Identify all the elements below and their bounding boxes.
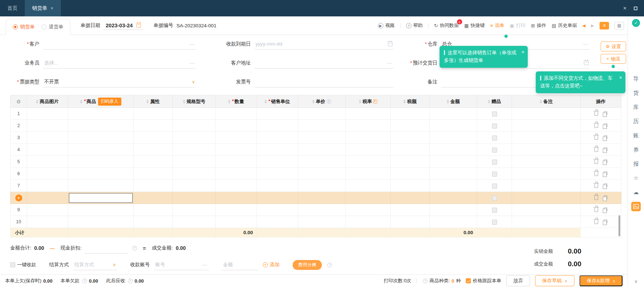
operate-button[interactable]: ⊞ 操作	[531, 22, 546, 29]
tab-sales-order[interactable]: 销货单 ×	[25, 0, 61, 16]
scan-input-button[interactable]: 扫码录入	[98, 98, 121, 106]
cell-amount[interactable]	[430, 168, 477, 180]
cell-tax[interactable]	[391, 120, 430, 132]
cell-tax[interactable]	[391, 216, 430, 228]
cell-remark[interactable]	[512, 192, 581, 204]
cell-product-image[interactable]	[27, 120, 68, 132]
cash-discount-input[interactable]	[85, 243, 128, 253]
cell-remark[interactable]	[512, 120, 581, 132]
add-payment-button[interactable]: + 添加	[263, 262, 280, 268]
cell-spec[interactable]	[173, 144, 216, 156]
copy-row-icon[interactable]	[604, 160, 607, 163]
column-header-qty[interactable]: *数量	[216, 95, 257, 108]
column-header-unit[interactable]: *销售单位	[257, 95, 298, 108]
cell-product[interactable]	[68, 132, 134, 144]
cell-taxrate[interactable]	[346, 108, 391, 120]
copy-row-icon[interactable]	[604, 208, 607, 211]
dock-icon-7[interactable]: 报	[631, 159, 641, 169]
cell-price[interactable]	[298, 192, 346, 204]
delete-row-icon[interactable]	[594, 148, 598, 152]
ellipsis-icon[interactable]: ⋯	[190, 41, 195, 47]
logistics-button[interactable]: + 物流	[601, 54, 626, 64]
radio-return-order[interactable]: 退货单	[42, 24, 64, 30]
cell-price[interactable]	[298, 168, 346, 180]
cell-remark[interactable]	[512, 108, 581, 120]
delete-row-icon[interactable]	[594, 160, 598, 164]
cell-remark[interactable]	[512, 168, 581, 180]
fee-share-button[interactable]: 费用分摊	[293, 260, 322, 270]
cell-product[interactable]	[68, 180, 134, 192]
add-row-button[interactable]: +	[15, 194, 22, 201]
cell-attr[interactable]	[134, 156, 173, 168]
cell-product[interactable]	[68, 216, 134, 228]
column-header-image[interactable]: 商品图片	[27, 95, 68, 108]
one-click-collect[interactable]: 一键收款	[10, 262, 36, 268]
ellipsis-icon[interactable]: ⋯	[190, 60, 195, 66]
doc-date-input[interactable]: 2023-03-24	[104, 21, 143, 30]
cell-remark[interactable]	[512, 216, 581, 228]
video-button[interactable]: ▶ 视频	[378, 22, 395, 29]
dock-icon-2[interactable]: 货	[631, 88, 641, 98]
cell-tax[interactable]	[391, 204, 430, 216]
copy-row-icon[interactable]	[604, 184, 607, 187]
cell-product-image[interactable]	[27, 168, 68, 180]
cell-product[interactable]	[68, 156, 134, 168]
tab-home[interactable]: 首页	[0, 0, 25, 16]
next-arrow-icon[interactable]: ▶	[591, 23, 594, 28]
cell-attr[interactable]	[134, 108, 173, 120]
cell-product-image[interactable]	[27, 192, 68, 204]
cell-taxrate[interactable]	[346, 132, 391, 144]
cell-qty[interactable]	[216, 144, 257, 156]
cell-tax[interactable]	[391, 168, 430, 180]
dock-icon-5[interactable]: 账	[631, 131, 641, 140]
cell-amount[interactable]	[430, 120, 477, 132]
delete-row-icon[interactable]	[594, 220, 598, 224]
copy-row-icon[interactable]	[604, 135, 607, 139]
column-header-price[interactable]: 单价?	[298, 95, 346, 108]
cell-product[interactable]	[68, 204, 134, 216]
dock-icon-6[interactable]: 券	[631, 145, 641, 154]
cell-qty[interactable]	[216, 108, 257, 120]
delete-row-icon[interactable]	[594, 136, 598, 140]
radio-sales-order[interactable]: 销货单	[13, 24, 35, 30]
cell-unit[interactable]	[257, 204, 298, 216]
window-restore-icon[interactable]	[634, 7, 637, 10]
cell-product-image[interactable]	[27, 156, 68, 168]
cell-product-image[interactable]	[27, 132, 68, 144]
list-view-toggle[interactable]: ≡	[600, 22, 609, 30]
one-click-checkbox[interactable]	[10, 262, 15, 267]
cell-taxrate[interactable]	[346, 192, 391, 204]
cell-attr[interactable]	[134, 216, 173, 228]
cell-remark[interactable]	[512, 180, 581, 192]
cell-remark[interactable]	[512, 156, 581, 168]
cell-unit[interactable]	[257, 156, 298, 168]
cell-remark[interactable]	[512, 132, 581, 144]
salesman-input[interactable]: 选择...⋯	[43, 58, 196, 68]
window-close-icon[interactable]: ×	[623, 5, 627, 12]
star-icon[interactable]: ☆	[631, 173, 641, 183]
cell-amount[interactable]	[430, 216, 477, 228]
cell-product-image[interactable]	[27, 144, 68, 156]
cell-tax[interactable]	[391, 192, 430, 204]
copy-row-icon[interactable]	[604, 123, 607, 127]
cell-tax[interactable]	[391, 180, 430, 192]
cell-attr[interactable]	[134, 120, 173, 132]
delete-row-icon[interactable]	[594, 124, 598, 128]
history-button[interactable]: ▤ 历史单据	[552, 22, 577, 29]
price-track-option[interactable]: 价格跟踪本单	[466, 278, 501, 284]
cell-unit[interactable]	[257, 168, 298, 180]
tab-close-icon[interactable]: ×	[51, 5, 54, 11]
gift-checkbox[interactable]	[492, 160, 497, 165]
cell-qty[interactable]	[216, 216, 257, 228]
tooltip-close-icon[interactable]: ×	[619, 74, 622, 82]
column-header-remark[interactable]: 备注	[512, 95, 581, 108]
column-header-taxrate[interactable]: 税率	[346, 95, 391, 108]
cell-price[interactable]	[298, 156, 346, 168]
address-input[interactable]: ⋯	[254, 58, 394, 68]
batch-fill-icon[interactable]	[373, 99, 377, 103]
delete-row-icon[interactable]	[594, 208, 598, 212]
sync-success-icon[interactable]: ✓	[632, 19, 640, 27]
copy-row-icon[interactable]	[604, 220, 607, 223]
dock-icon-3[interactable]: 库	[631, 102, 641, 112]
cell-spec[interactable]	[173, 108, 216, 120]
